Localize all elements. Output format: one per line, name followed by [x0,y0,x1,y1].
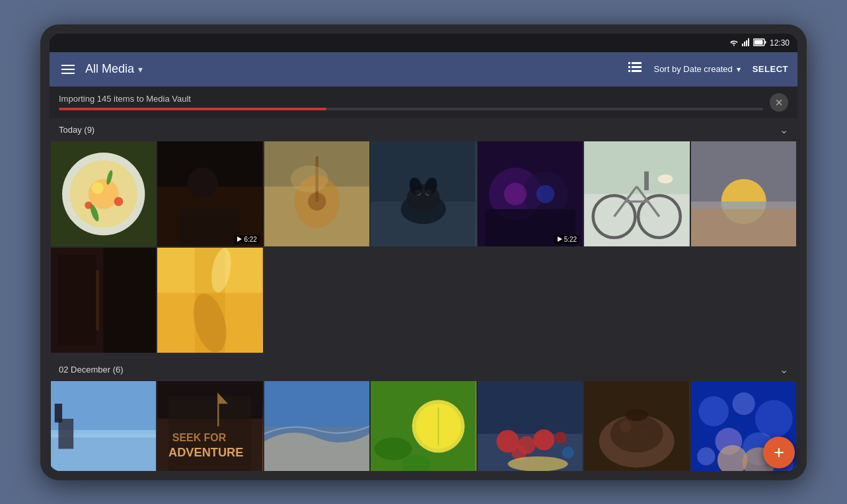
media-cell-empty [264,248,369,353]
toolbar-title: All Media ▾ [85,62,620,76]
toolbar-right: Sort by Date created ▾ SELECT [628,61,788,77]
main-scroll-area[interactable]: Today (9) ⌄ [50,118,797,471]
svg-rect-75 [55,404,62,423]
media-cell[interactable]: 6:22 [157,141,262,246]
media-cell-empty [691,248,796,353]
hamburger-menu-button[interactable] [59,62,77,77]
progress-bar-background [59,108,763,110]
import-text: Importing 145 items to Media Vault [59,94,763,104]
media-grid-today: 6:22 [50,141,797,353]
media-cell[interactable] [157,248,262,353]
svg-rect-81 [218,404,219,427]
play-icon [237,236,242,242]
media-cell[interactable]: 5:22 [478,141,583,246]
svg-point-104 [620,421,632,433]
svg-point-99 [562,447,573,458]
media-cell[interactable] [584,141,689,246]
status-time: 12:30 [770,38,790,48]
svg-point-105 [640,426,649,435]
signal-icon [742,38,750,48]
svg-point-108 [698,396,729,427]
svg-rect-9 [628,66,630,68]
device-screen: 12:30 All Media ▾ Sort by Da [50,34,797,471]
svg-rect-84 [264,381,369,426]
toolbar: All Media ▾ Sort by Date created ▾ SELEC… [50,52,797,87]
video-duration-badge: 5:22 [555,235,579,244]
media-cell[interactable] [51,141,156,246]
title-dropdown-arrow[interactable]: ▾ [138,64,143,75]
import-bar-content: Importing 145 items to Media Vault [59,94,763,110]
svg-point-31 [291,165,328,192]
svg-point-98 [554,432,566,444]
svg-point-109 [732,392,755,415]
svg-rect-12 [632,70,642,72]
svg-point-44 [536,185,554,203]
fab-add-button[interactable]: + [763,437,795,468]
svg-rect-59 [691,209,796,246]
svg-point-17 [91,182,103,194]
svg-point-21 [85,201,92,209]
svg-point-24 [188,167,218,198]
battery-icon [753,38,766,48]
sort-control[interactable]: Sort by Date created ▾ [653,64,740,74]
section-title-dec: 02 December (6) [59,365,124,375]
svg-rect-64 [96,270,99,330]
media-cell[interactable] [51,381,156,470]
svg-rect-3 [748,38,749,46]
app-content: All Media ▾ Sort by Date created ▾ SELEC… [50,52,797,471]
svg-rect-6 [754,40,762,44]
svg-rect-5 [764,41,766,44]
svg-rect-8 [632,62,642,64]
sort-label: Sort by Date created [653,64,732,74]
svg-point-20 [114,197,124,206]
svg-rect-74 [58,419,73,449]
media-cell[interactable] [371,381,476,470]
media-cell[interactable] [691,141,796,246]
media-cell[interactable] [264,381,369,470]
device-frame: 12:30 All Media ▾ Sort by Da [40,24,807,480]
svg-rect-11 [628,70,630,72]
svg-rect-0 [742,44,743,46]
video-duration: 5:22 [564,236,577,243]
svg-point-106 [626,410,648,421]
close-import-button[interactable]: × [770,93,788,112]
status-icons: 12:30 [729,38,790,48]
svg-point-54 [658,174,673,184]
media-cell[interactable] [371,141,476,246]
select-button[interactable]: SELECT [753,64,788,74]
app-title: All Media [85,62,134,76]
media-cell[interactable] [51,248,156,353]
svg-point-113 [697,448,715,466]
svg-text:ADVENTURE: ADVENTURE [169,446,244,459]
section-header-dec: 02 December (6) ⌄ [50,358,797,381]
wifi-icon [729,38,739,48]
media-cell[interactable] [584,381,689,470]
media-cell[interactable]: SEEK FOR ADVENTURE [157,381,262,470]
section-expand-dec[interactable]: ⌄ [780,363,788,376]
status-bar: 12:30 [50,34,797,52]
section-title-today: Today (9) [59,125,94,135]
svg-rect-63 [104,248,157,353]
import-progress-bar: Importing 145 items to Media Vault × [50,87,797,118]
sort-dropdown-arrow: ▾ [737,65,741,74]
media-cell[interactable] [264,141,369,246]
svg-text:SEEK FOR: SEEK FOR [172,432,227,443]
svg-point-89 [375,438,412,460]
svg-rect-2 [746,40,747,46]
svg-rect-25 [180,209,240,246]
svg-rect-1 [744,42,745,46]
progress-bar-fill [59,108,326,110]
media-cell[interactable] [478,381,583,470]
video-duration: 6:22 [244,236,256,243]
svg-rect-10 [632,66,642,68]
media-cell-empty [478,248,583,353]
svg-rect-53 [644,171,649,190]
svg-point-43 [504,182,527,205]
media-cell-empty [371,248,476,353]
svg-rect-62 [58,255,96,345]
list-view-icon[interactable] [628,61,642,77]
svg-point-110 [755,400,792,438]
section-expand-today[interactable]: ⌄ [780,124,788,136]
media-grid-dec: SEEK FOR ADVENTURE [50,381,797,470]
media-cell-empty [584,248,689,353]
